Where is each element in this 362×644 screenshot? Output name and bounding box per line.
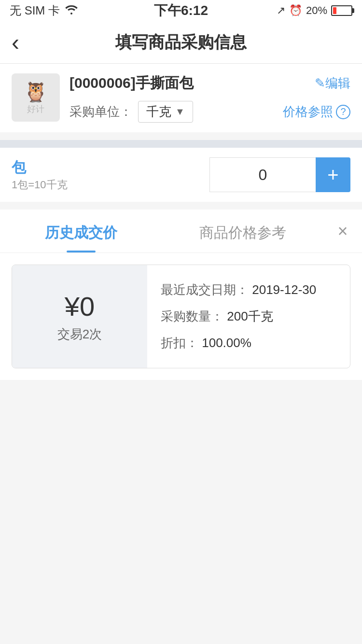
product-logo-icon: 🦉 xyxy=(24,81,48,103)
quantity-row: 包 1包=10千克 0 + xyxy=(0,148,362,202)
tab-bar: 历史成交价 商品价格参考 × xyxy=(0,210,362,253)
network-label: 无 SIM 卡 xyxy=(10,3,60,18)
price-value: 0 xyxy=(80,291,95,322)
purchase-qty-label: 采购数量： xyxy=(161,309,223,323)
product-header: 🦉 好计 [0000006]手撕面包 ✎编辑 采购单位： 千克 ▼ 价格参照 xyxy=(12,73,350,123)
unit-value: 千克 xyxy=(146,103,171,120)
status-time: 下午6:12 xyxy=(154,1,208,20)
price-card-wrapper: ¥0 交易2次 最近成交日期： 2019-12-30 采购数量： 200千克 折… xyxy=(0,253,362,380)
location-icon: ↗ xyxy=(277,4,285,17)
discount-label: 折扣： xyxy=(161,336,198,350)
price-trades: 交易2次 xyxy=(57,326,102,343)
quantity-control: 0 + xyxy=(209,157,350,192)
purchase-qty-value: 200千克 xyxy=(227,309,273,323)
back-button[interactable]: ‹ xyxy=(12,29,19,56)
status-left: 无 SIM 卡 xyxy=(10,3,79,18)
price-ref-label: 价格参照 xyxy=(283,103,333,120)
price-card-left: ¥0 交易2次 xyxy=(12,265,147,368)
currency-symbol: ¥ xyxy=(65,291,80,322)
product-logo-label: 好计 xyxy=(27,104,44,114)
unit-select[interactable]: 千克 ▼ xyxy=(138,101,193,123)
purchase-qty-row: 采购数量： 200千克 xyxy=(161,307,336,326)
product-name: [0000006]手撕面包 xyxy=(70,73,194,93)
recent-date-row: 最近成交日期： 2019-12-30 xyxy=(161,280,336,299)
tab-history-price[interactable]: 历史成交价 xyxy=(0,210,162,252)
unit-dropdown-icon: ▼ xyxy=(175,106,185,117)
unit-label: 采购单位： xyxy=(70,103,132,120)
alarm-icon: ⏰ xyxy=(289,4,302,17)
close-icon: × xyxy=(337,221,348,241)
price-card: ¥0 交易2次 最近成交日期： 2019-12-30 采购数量： 200千克 折… xyxy=(12,265,350,368)
section-divider xyxy=(0,140,362,148)
product-unit-row: 采购单位： 千克 ▼ 价格参照 ? xyxy=(70,101,350,123)
status-bar: 无 SIM 卡 下午6:12 ↗ ⏰ 20% xyxy=(0,0,362,21)
tab-close-button[interactable]: × xyxy=(323,211,362,251)
tab-product-price-reference[interactable]: 商品价格参考 xyxy=(162,210,323,252)
price-amount: ¥0 xyxy=(65,291,95,322)
product-image: 🦉 好计 xyxy=(12,73,60,122)
quantity-input[interactable]: 0 xyxy=(209,157,316,192)
bottom-space xyxy=(0,380,362,644)
price-reference-button[interactable]: 价格参照 ? xyxy=(283,103,350,120)
battery-percent: 20% xyxy=(306,4,327,17)
recent-date-value: 2019-12-30 xyxy=(252,282,316,297)
quantity-unit-name: 包 xyxy=(12,158,68,178)
product-name-row: [0000006]手撕面包 ✎编辑 xyxy=(70,73,350,93)
price-card-right: 最近成交日期： 2019-12-30 采购数量： 200千克 折扣： 100.0… xyxy=(147,265,350,368)
plus-icon: + xyxy=(327,164,338,186)
status-right: ↗ ⏰ 20% xyxy=(277,4,352,17)
quantity-hint: 1包=10千克 xyxy=(12,178,68,192)
price-ref-help-icon: ? xyxy=(336,105,350,119)
product-info: [0000006]手撕面包 ✎编辑 采购单位： 千克 ▼ 价格参照 ? xyxy=(70,73,350,123)
battery-icon xyxy=(331,5,352,16)
discount-row: 折扣： 100.00% xyxy=(161,334,336,352)
discount-value: 100.00% xyxy=(202,336,251,350)
nav-bar: ‹ 填写商品采购信息 xyxy=(0,21,362,64)
tab-section: 历史成交价 商品价格参考 × ¥0 交易2次 最近成交日期： 2019-12-3… xyxy=(0,210,362,380)
back-icon: ‹ xyxy=(12,29,19,56)
edit-button[interactable]: ✎编辑 xyxy=(315,75,350,92)
quantity-plus-button[interactable]: + xyxy=(316,157,350,192)
product-card: 🦉 好计 [0000006]手撕面包 ✎编辑 采购单位： 千克 ▼ 价格参照 xyxy=(0,64,362,132)
wifi-icon xyxy=(64,4,79,17)
recent-date-label: 最近成交日期： xyxy=(161,282,249,297)
page-title: 填写商品采购信息 xyxy=(115,31,247,54)
